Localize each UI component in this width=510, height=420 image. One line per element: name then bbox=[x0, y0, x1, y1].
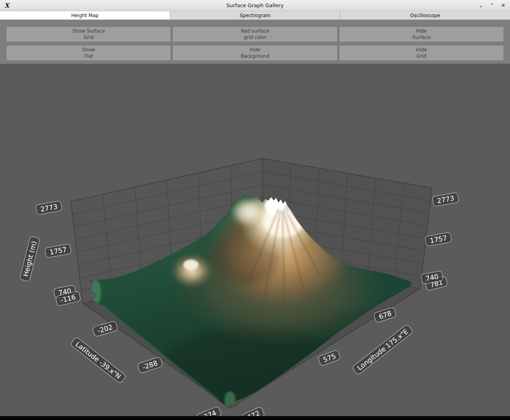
app-window: X Surface Graph Gallery ⌄ ⌃ ✕ Height Map… bbox=[0, 0, 510, 420]
show-surface-grid-button[interactable]: Show Surface Grid bbox=[6, 26, 171, 42]
tab-height-map[interactable]: Height Map bbox=[0, 11, 170, 20]
window-title: Surface Graph Gallery bbox=[0, 2, 510, 8]
maximize-icon[interactable]: ⌃ bbox=[489, 2, 496, 9]
hide-background-button[interactable]: Hide Background bbox=[172, 45, 337, 61]
tab-bar: Height Map Spectrogram Oscilloscope bbox=[0, 11, 510, 20]
button-label: Grid bbox=[84, 34, 93, 41]
button-label: Flat bbox=[84, 53, 93, 59]
button-label: Red surface bbox=[241, 28, 269, 34]
button-label: Grid bbox=[417, 53, 426, 59]
app-icon: X bbox=[3, 2, 10, 9]
minimize-icon[interactable]: ⌄ bbox=[477, 2, 485, 9]
button-label: Surface bbox=[412, 34, 430, 41]
button-label: Hide bbox=[416, 28, 427, 34]
window-controls: ⌄ ⌃ ✕ bbox=[477, 0, 507, 11]
hide-surface-button[interactable]: Hide Surface bbox=[339, 26, 504, 42]
hide-grid-button[interactable]: Hide Grid bbox=[339, 45, 504, 61]
button-label: Hide bbox=[249, 47, 260, 53]
show-flat-button[interactable]: Show Flat bbox=[6, 45, 171, 61]
tab-oscilloscope[interactable]: Oscilloscope bbox=[340, 11, 510, 20]
button-label: Hide bbox=[416, 47, 427, 53]
surface-plot-canvas[interactable]: 2773 1757 740 Height (m) 2773 1757 781 7… bbox=[0, 64, 510, 416]
surface-grid-color-button[interactable]: Red surface grid color bbox=[172, 26, 337, 42]
button-label: Background bbox=[241, 53, 269, 59]
bottom-edge bbox=[0, 416, 510, 420]
tab-spectrogram[interactable]: Spectrogram bbox=[170, 11, 341, 20]
button-label: Show bbox=[82, 47, 95, 53]
toolbar: Show Surface Grid Red surface grid color… bbox=[0, 20, 510, 64]
button-label: Show Surface bbox=[72, 28, 105, 34]
button-label: grid color bbox=[244, 34, 267, 41]
titlebar: X Surface Graph Gallery ⌄ ⌃ ✕ bbox=[0, 0, 510, 11]
close-icon[interactable]: ✕ bbox=[500, 2, 507, 9]
